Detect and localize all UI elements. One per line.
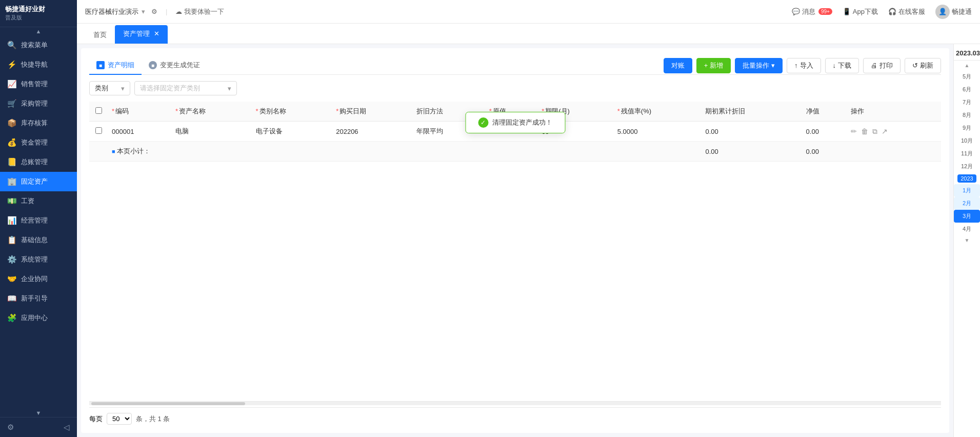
settings-icon[interactable]: ⚙ (7, 423, 14, 432)
cal-month-4[interactable]: 4月 (954, 223, 980, 235)
filter-row: 类别 ▾ 请选择固定资产类别 ▾ (89, 81, 941, 95)
action-icons: ✏ 🗑 ⧉ ↗ (851, 127, 937, 136)
cal-month-8[interactable]: 8月 (954, 109, 980, 122)
header-initial-accumulated: 期初累计折旧 (701, 102, 802, 122)
sub-tab-asset-detail[interactable]: ■ 资产明细 (89, 56, 142, 75)
sidebar-item-operations[interactable]: 📊 经营管理 (0, 211, 77, 230)
subtotal-net: 0.00 (802, 142, 847, 162)
app-logo-title: 畅捷通好业财 (5, 5, 45, 14)
download-button[interactable]: ↓ 下载 (825, 58, 859, 73)
delete-icon[interactable]: 🗑 (861, 127, 868, 136)
tab-close-icon[interactable]: ✕ (154, 30, 159, 37)
sidebar-item-label-sales: 销售管理 (21, 80, 48, 89)
pagination: 每页 50 条，共 1 条 (89, 407, 941, 425)
sidebar-menu: 🔍 搜索菜单 ⚡ 快捷导航 📈 销售管理 🛒 采购管理 📦 库存核算 💰 资金管… (0, 35, 77, 409)
tab-home-label: 首页 (93, 31, 107, 38)
print-button[interactable]: 🖨 打印 (863, 58, 901, 73)
messages-button[interactable]: 💬 消息 99+ (792, 7, 832, 16)
category-type-select[interactable]: 类别 ▾ (89, 81, 130, 95)
sidebar-item-label-inventory: 库存核算 (21, 118, 48, 128)
user-menu[interactable]: 👤 畅捷通 (935, 5, 972, 19)
sidebar-item-enterprise[interactable]: 🤝 企业协同 (0, 269, 77, 289)
collapse-icon[interactable]: ◁ (64, 423, 70, 432)
service-icon: 🎧 (888, 8, 896, 15)
toast-success-icon: ✓ (478, 117, 488, 128)
right-panel: ◁ 2023.03 ▲ 5月 6月 7月 8月 9月 10月 11月 12月 2… (953, 44, 980, 437)
sidebar-item-sales[interactable]: 📈 销售管理 (0, 74, 77, 94)
company-selector[interactable]: 医疗器械行业演示 ▾ (85, 7, 145, 16)
more-icon[interactable]: ↗ (882, 127, 888, 136)
batch-ops-label: 批量操作 (743, 61, 769, 70)
ledger-icon: 📒 (7, 157, 17, 167)
sidebar-item-inventory[interactable]: 📦 库存核算 (0, 113, 77, 133)
cal-month-7[interactable]: 7月 (954, 96, 980, 109)
batch-ops-button[interactable]: 批量操作 ▾ (735, 58, 783, 73)
cal-month-11[interactable]: 11月 (954, 147, 980, 160)
copy-icon[interactable]: ⧉ (872, 127, 877, 136)
row-purchase-date: 202206 (332, 122, 412, 142)
settings-gear-icon[interactable]: ⚙ (151, 8, 157, 15)
download-label: 下载 (838, 61, 851, 70)
tab-assets[interactable]: 资产管理 ✕ (115, 25, 168, 44)
batch-ops-chevron: ▾ (771, 62, 775, 69)
refresh-button[interactable]: ↺ 刷新 (905, 58, 941, 73)
cal-month-10[interactable]: 10月 (954, 134, 980, 147)
import-label: 导入 (800, 61, 813, 70)
per-page-select[interactable]: 50 (107, 413, 132, 425)
row-checkbox[interactable] (95, 127, 102, 134)
app-download-button[interactable]: 📱 App下载 (843, 7, 878, 16)
add-new-button[interactable]: + 新增 (696, 58, 731, 73)
cal-month-6[interactable]: 6月 (954, 83, 980, 96)
topbar-right: 💬 消息 99+ 📱 App下载 🎧 在线客服 👤 畅捷通 (792, 5, 972, 19)
sidebar-item-label-app-center: 应用中心 (21, 313, 48, 323)
experience-button[interactable]: ☁ 我要体验一下 (175, 7, 224, 16)
sidebar-item-label-operations: 经营管理 (21, 216, 48, 225)
sidebar-item-funds[interactable]: 💰 资金管理 (0, 133, 77, 152)
sidebar-item-ledger[interactable]: 📒 总账管理 (0, 152, 77, 172)
tabbar: 首页 资产管理 ✕ (77, 24, 980, 44)
sidebar-scroll-up[interactable]: ▲ (0, 27, 77, 35)
online-service-button[interactable]: 🎧 在线客服 (888, 7, 925, 16)
select-all-checkbox[interactable] (95, 107, 102, 114)
sidebar-item-fixed-assets[interactable]: 🏢 固定资产 (0, 172, 77, 191)
cal-month-5[interactable]: 5月 (954, 70, 980, 83)
horizontal-scrollbar[interactable] (89, 401, 941, 405)
category-filter-input[interactable]: 请选择固定资产类别 ▾ (134, 81, 237, 95)
subtotal-empty-checkbox (89, 142, 108, 162)
guide-icon: 📖 (7, 294, 17, 303)
right-panel-toggle[interactable]: ◁ (953, 121, 954, 142)
calendar-months-prev: 5月 6月 7月 8月 9月 10月 11月 12月 (954, 70, 980, 173)
calendar-header: 2023.03 (954, 46, 980, 61)
cal-month-12[interactable]: 12月 (954, 160, 980, 173)
edit-icon[interactable]: ✏ (851, 127, 857, 136)
calendar-year-month: 2023.03 (956, 49, 980, 57)
sidebar-item-label-quick-nav: 快捷导航 (21, 60, 48, 69)
sub-tab-change-voucher[interactable]: ■ 变更生成凭证 (142, 56, 207, 75)
sidebar-item-payroll[interactable]: 💵 工资 (0, 191, 77, 211)
import-button[interactable]: ↑ 导入 (787, 58, 821, 73)
sidebar-item-app-center[interactable]: 🧩 应用中心 (0, 308, 77, 328)
sidebar-item-search[interactable]: 🔍 搜索菜单 (0, 35, 77, 55)
sidebar-item-purchase[interactable]: 🛒 采购管理 (0, 94, 77, 113)
row-code: 000001 (108, 122, 171, 142)
inventory-icon: 📦 (7, 118, 17, 128)
sidebar-scroll-down[interactable]: ▼ (0, 409, 77, 417)
calendar-months-curr: 1月 2月 3月 4月 (954, 184, 980, 235)
calendar-down-btn[interactable]: ▼ (965, 237, 970, 243)
sidebar-item-system[interactable]: ⚙️ 系统管理 (0, 250, 77, 269)
sidebar-item-quick-nav[interactable]: ⚡ 快捷导航 (0, 55, 77, 74)
calendar-up-btn[interactable]: ▲ (965, 63, 970, 68)
sidebar-item-label-system: 系统管理 (21, 255, 48, 264)
row-category: 电子设备 (252, 122, 332, 142)
tab-home[interactable]: 首页 (85, 26, 115, 44)
cal-month-1[interactable]: 1月 (954, 184, 980, 197)
operations-icon: 📊 (7, 216, 17, 225)
messages-label: 消息 (802, 7, 815, 16)
sidebar-item-guide[interactable]: 📖 新手引导 (0, 289, 77, 308)
sidebar-item-basic-info[interactable]: 📋 基础信息 (0, 230, 77, 250)
cal-month-3[interactable]: 3月 (954, 210, 980, 223)
sidebar-item-label-payroll: 工资 (21, 196, 34, 206)
cal-month-9[interactable]: 9月 (954, 122, 980, 134)
cal-month-2[interactable]: 2月 (954, 197, 980, 210)
reconcile-button[interactable]: 对账 (664, 58, 692, 73)
